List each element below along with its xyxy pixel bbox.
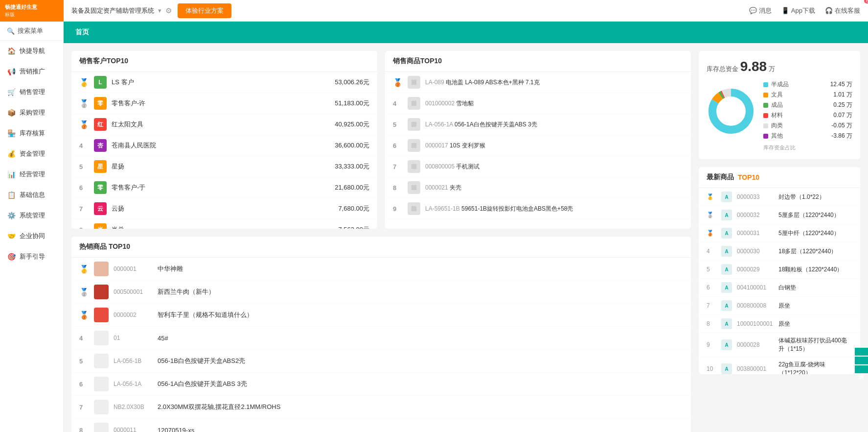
legend-item: 半成品 12.45 万 (763, 80, 852, 89)
product-thumbnail (94, 308, 109, 322)
svg-rect-5 (411, 185, 417, 191)
messages-link[interactable]: 💬 消息 6 (749, 6, 772, 15)
list-item: 6 LA-056-1A 056-1A白色按键开关盖ABS 3壳 (71, 373, 691, 396)
product-thumbnail (94, 285, 109, 299)
main-content: 首页 销售客户TOP10 🥇 L (64, 22, 868, 432)
legend-dot (763, 134, 768, 139)
hot-products-section: 热销商品 TOP10 🥇 0000001 中华神雕 🥈 000500001 (71, 237, 691, 432)
avatar: 肖 (94, 223, 107, 229)
customer-hotline-btn[interactable]: 客服热线 (855, 348, 868, 356)
app-download-link[interactable]: 📱 App下载 (781, 6, 815, 15)
sidebar-item-system[interactable]: ⚙️ 系统管理 (0, 205, 63, 226)
legend-dot (763, 93, 768, 97)
product-thumb: A (721, 339, 732, 350)
table-row: 5 LA-056-1A 056-1A白色按键开关盖ABS 3壳 (385, 114, 691, 135)
content-area: 销售客户TOP10 🥇 L LS 客户 53,006.26元 🥈 (64, 43, 868, 432)
table-row: 6 零 零售客户-于 21,680.00元 (71, 177, 377, 198)
sidebar-item-purchase[interactable]: 📦 采购管理 (0, 102, 63, 123)
list-item: 🥇 A 0000033 封边带（1.0*22） (699, 188, 860, 206)
system-selector[interactable]: 装备及固定资产辅助管理系统 ▾ ⚙ (71, 6, 172, 15)
product-thumb: A (721, 300, 732, 311)
sidebar-item-inventory[interactable]: 🏪 库存核算 (0, 123, 63, 144)
sidebar-item-guide[interactable]: 🎯 新手引导 (0, 246, 63, 267)
inventory-total: 库存总资金 9.88 万 (707, 59, 852, 74)
product-ranking-header: 销售商品TOP10 (385, 51, 691, 72)
home-tab[interactable]: 首页 (73, 28, 91, 37)
list-item: 🥉 A 0000031 5厘中纤（1220*2440） (699, 224, 860, 242)
settings-gear-icon[interactable]: ⚙ (165, 6, 172, 15)
table-row: 8 肖 肖总 7,563.00元 (71, 219, 377, 229)
product-thumbnail (94, 331, 109, 345)
medal-icon: 🥈 (79, 99, 89, 108)
sidebar-item-finance[interactable]: 💰 资金管理 (0, 144, 63, 164)
medal-icon: 🥇 (79, 264, 89, 274)
topbar: 畅捷通好生意 标版 装备及固定资产辅助管理系统 ▾ ⚙ 体验行业方案 💬 消息 … (0, 0, 868, 22)
table-row: 🥉 红 红太阳文具 40,925.00元 (71, 114, 377, 135)
chart-label: 库存资金占比 (707, 144, 852, 151)
trial-btn[interactable]: 体验行业方案 (178, 3, 231, 18)
system-title: 装备及固定资产辅助管理系统 (71, 6, 154, 15)
customers-list: 🥇 L LS 客户 53,006.26元 🥈 零 零售客户-许 51,183.0… (71, 72, 377, 229)
sidebar-item-quicknav[interactable]: 🏠 快捷导航 (0, 41, 63, 61)
sidebar-item-operations[interactable]: 📊 经营管理 (0, 164, 63, 185)
table-row: 7 云 云扬 7,680.00元 (71, 198, 377, 219)
right-panel: 库存总资金 9.88 万 (699, 51, 860, 432)
service-community-btn[interactable]: 服务社区 (855, 357, 868, 364)
finance-icon: 💰 (7, 149, 16, 158)
hot-products-header: 热销商品 TOP10 (71, 237, 691, 258)
list-item: 7 NB2.0X30B 2.0X30MM双摆花轴,摆花直径2.1MM/ROHS (71, 396, 691, 419)
table-row: 8 0000021 夹壳 (385, 177, 691, 198)
product-thumbnail (94, 377, 109, 391)
donut-chart-section: 半成品 12.45 万 文具 1.01 万 成品 0 (707, 80, 852, 142)
sales-icon: 🛒 (7, 88, 16, 96)
table-row: 6 0000017 10S 变利罗猴 (385, 135, 691, 156)
table-row: 9 LA-59651-1B 59651-1B旋转投影灯电池盒ABS黑色+58壳 (385, 198, 691, 219)
product-thumbnail (94, 354, 109, 368)
list-item: 10 A 003800001 22g鱼豆腐-烧烤味（1*12*20） (699, 357, 860, 374)
product-ranking-list: 🥉 LA-089 电池盖 LA-089 ABS本色+黑种 7.1克 (385, 72, 691, 219)
avatar: L (94, 76, 107, 89)
avatar (408, 118, 420, 131)
list-item: 5 A 0000029 18颗粒板（1220*2440） (699, 261, 860, 279)
avatar (408, 181, 420, 194)
legend-item: 肉类 -0.05 万 (763, 121, 852, 130)
list-item: 4 01 45# (71, 327, 691, 350)
product-thumb: A (721, 246, 732, 257)
list-item: 9 A 0000028 体碱荔枝味苏打饮品400毫升（1*15） (699, 333, 860, 357)
legend-dot (763, 123, 768, 128)
sidebar-item-marketing[interactable]: 📢 营销推广 (0, 61, 63, 82)
list-item: 6 A 004100001 白钢垫 (699, 279, 860, 297)
medal-icon: 🥉 (393, 78, 403, 87)
customers-section: 销售客户TOP10 🥇 L LS 客户 53,006.26元 🥈 (71, 51, 377, 229)
product-thumb: A (721, 228, 732, 239)
system-icon: ⚙️ (7, 211, 16, 220)
sidebar-item-basic-info[interactable]: 📋 基础信息 (0, 185, 63, 205)
product-ranking-section: 销售商品TOP10 🥉 LA-089 电池盖 LA-089 ABS本色+ (385, 51, 691, 229)
live-btn[interactable]: 直播 (855, 365, 868, 373)
legend-dot (763, 82, 768, 87)
legend-item: 其他 -3.86 万 (763, 132, 852, 140)
list-item: 🥇 0000001 中华神雕 (71, 258, 691, 281)
svg-rect-6 (411, 206, 417, 212)
table-row: 4 001000002 雪地貂 (385, 93, 691, 114)
sidebar-search[interactable]: 🔍 搜索菜单 (0, 22, 63, 41)
customers-header: 销售客户TOP10 (71, 51, 377, 72)
dropdown-arrow-icon[interactable]: ▾ (158, 7, 161, 14)
message-icon: 💬 (749, 7, 757, 14)
float-service: 客服热线 服务社区 直播 (855, 348, 868, 373)
svg-rect-4 (411, 164, 417, 169)
product-thumb: A (721, 282, 732, 293)
list-item: 🥈 000500001 新西兰牛肉（新牛） (71, 281, 691, 304)
svg-rect-2 (411, 122, 417, 127)
list-item: 8 A 10000100001 原坐 (699, 315, 860, 333)
medal-icon: 🥈 (79, 288, 89, 297)
table-row: 4 杏 苍南县人民医院 36,600.00元 (71, 135, 377, 156)
online-service-link[interactable]: 🎧 在线客服 (825, 6, 860, 15)
avatar: 红 (94, 118, 107, 131)
topbar-right: 💬 消息 6 📱 App下载 🎧 在线客服 (749, 6, 860, 15)
sidebar-item-sales[interactable]: 🛒 销售管理 (0, 82, 63, 102)
product-thumb: A (721, 363, 732, 374)
sidebar: 🔍 搜索菜单 🏠 快捷导航 📢 营销推广 🛒 销售管理 📦 采购管理 🏪 库存核… (0, 22, 64, 432)
sidebar-item-collab[interactable]: 🤝 企业协同 (0, 226, 63, 246)
product-thumb: A (721, 318, 732, 329)
